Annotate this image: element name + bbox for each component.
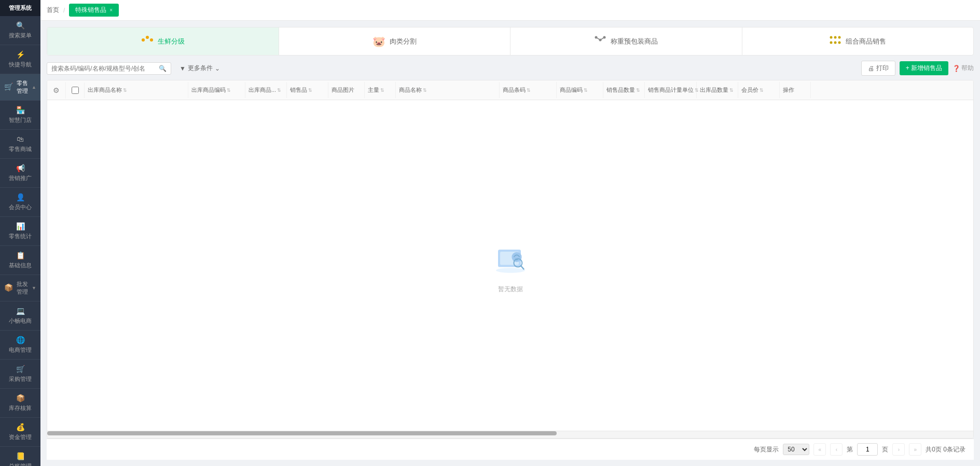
svg-point-10 [838,36,841,39]
per-page-label: 每页显示 [754,445,779,454]
svg-point-17 [512,252,521,262]
add-sale-item-button[interactable]: + 新增销售品 [900,61,948,75]
sort-icon[interactable]: ⇅ [123,88,127,93]
cat-tab-weight-pack[interactable]: 称重预包装商品 [510,28,742,55]
sidebar-item-basic-info[interactable]: 📋 基础信息 [0,246,40,275]
chevron-right-icon: ▼ [32,285,36,291]
th-barcode: 商品条码 ⇅ [500,82,557,98]
sort-icon-11[interactable]: ⇅ [729,88,734,93]
select-all-checkbox[interactable] [72,87,79,94]
toolbar-right: 🖨 打印 + 新增销售品 ❓ 帮助 [861,61,974,76]
mini-ecom-icon: 💻 [16,307,25,315]
page-of-label: 页 [882,445,888,454]
svg-point-8 [830,36,833,39]
sort-icon-4[interactable]: ⇅ [308,88,312,93]
th-member-price: 会员价 ⇅ [738,82,780,98]
sort-icon-2[interactable]: ⇅ [227,88,231,93]
last-page-button[interactable]: » [909,443,921,456]
filter-button[interactable]: ▼ 更多条件 ⌄ [175,62,224,75]
sidebar-item-search-menu[interactable]: 🔍 搜索菜单 [0,16,40,45]
search-input[interactable] [51,65,157,72]
sort-icon-5[interactable]: ⇅ [380,88,384,93]
search-box[interactable]: 🔍 [47,62,171,75]
cat-tab-meat-cut-label: 肉类分割 [390,37,417,46]
help-button[interactable]: ❓ 帮助 [953,64,974,73]
sidebar-item-retail-mgmt[interactable]: 🛒 零售管理 ▲ [0,74,40,101]
sort-icon-9[interactable]: ⇅ [636,88,640,93]
help-icon: ❓ [953,65,960,72]
sidebar-item-wholesale-mgmt[interactable]: 📦 批发管理 ▼ [0,275,40,301]
sidebar-item-sales-promo[interactable]: 📢 营销推广 [0,159,40,188]
next-page-icon: › [898,447,900,453]
sidebar-item-mini-ecom[interactable]: 💻 小畅电商 [0,301,40,331]
horizontal-scrollbar[interactable] [47,431,973,438]
print-button[interactable]: 🖨 打印 [861,61,895,76]
sidebar-label-wholesale-mgmt: 批发管理 [14,280,31,296]
basic-info-icon: 📋 [16,251,25,259]
category-tabs: 生鲜分级 🐷 肉类分割 称重预包装商品 [47,27,974,56]
cat-tab-meat-cut[interactable]: 🐷 肉类分割 [279,28,511,55]
th-sale-qty: 销售品数量 ⇅ [603,82,645,98]
sidebar-label-search-menu: 搜索菜单 [9,32,32,39]
search-icon: 🔍 [159,65,167,72]
sidebar-item-purchase-mgmt[interactable]: 🛒 采购管理 [0,360,40,389]
first-page-button[interactable]: « [813,443,826,456]
cat-tab-combo-sale-label: 组合商品销售 [846,37,886,46]
combo-sale-icon [829,35,841,48]
prev-page-button[interactable]: ‹ [830,443,843,456]
sidebar-label-finance: 资金管理 [9,433,32,441]
active-tab[interactable]: 特殊销售品 × [69,4,119,17]
purchase-mgmt-icon: 🛒 [16,365,25,373]
finance-icon: 💰 [16,423,25,431]
sort-icon-12[interactable]: ⇅ [760,88,764,93]
sidebar-item-general-ledger[interactable]: 📒 总账管理 [0,447,40,466]
th-check[interactable] [66,83,85,98]
cat-tab-combo-sale[interactable]: 组合商品销售 [742,28,974,55]
sidebar-item-smart-store[interactable]: 🏪 智慧门店 [0,101,40,130]
wholesale-mgmt-icon: 📦 [4,283,13,292]
cat-tab-fresh-grade[interactable]: 生鲜分级 [47,28,279,55]
sales-promo-icon: 📢 [16,164,25,172]
sidebar-label-retail-mgmt: 零售管理 [14,79,31,95]
sidebar-label-mini-ecom: 小畅电商 [9,317,32,325]
sort-icon-6[interactable]: ⇅ [423,88,427,93]
cat-tab-weight-pack-label: 称重预包装商品 [611,37,658,46]
sidebar-item-ecom-mgmt[interactable]: 🌐 电商管理 [0,331,40,360]
last-page-icon: » [914,447,917,453]
close-tab-button[interactable]: × [109,7,113,13]
first-page-icon: « [819,447,822,453]
sidebar-item-member-center[interactable]: 👤 会员中心 [0,188,40,217]
svg-point-12 [834,42,837,44]
total-info: 共0页 0条记录 [926,445,965,454]
retail-mall-icon: 🛍 [17,135,24,143]
th-sale-item: 销售品 ⇅ [287,82,328,98]
sidebar-item-retail-stats[interactable]: 📊 零售统计 [0,217,40,246]
page-number-input[interactable] [857,443,878,456]
th-gear[interactable]: ⚙ [47,82,66,99]
scrollbar-thumb[interactable] [47,431,557,435]
sidebar-item-finance[interactable]: 💰 资金管理 [0,418,40,447]
sort-icon-8[interactable]: ⇅ [584,88,588,93]
next-page-button[interactable]: › [892,443,905,456]
sidebar-item-quick-nav[interactable]: ⚡ 快捷导航 [0,45,40,74]
toolbar: 🔍 ▼ 更多条件 ⌄ 🖨 打印 + 新增销售品 ❓ 帮助 [47,61,974,76]
sort-icon-3[interactable]: ⇅ [277,88,281,93]
per-page-select[interactable]: 50 10 20 100 [783,444,809,455]
fresh-grade-icon [141,35,154,48]
svg-line-6 [596,37,600,40]
breadcrumb-home[interactable]: 首页 [47,6,59,15]
sidebar-item-inventory[interactable]: 📦 库存核算 [0,389,40,418]
search-menu-icon: 🔍 [16,21,25,30]
member-center-icon: 👤 [16,193,25,201]
sort-icon-7[interactable]: ⇅ [527,88,531,93]
sidebar-item-retail-mall[interactable]: 🛍 零售商城 [0,130,40,159]
sidebar-label-retail-stats: 零售统计 [9,232,32,240]
gear-icon[interactable]: ⚙ [53,86,60,94]
empty-text: 暂无数据 [498,285,523,294]
pagination: 每页显示 50 10 20 100 « ‹ 第 页 › » 共0页 0条记录 [47,438,974,460]
th-op: 操作 [780,82,811,98]
empty-state-icon [490,237,531,279]
th-main-qty: 主量 ⇅ [365,82,396,98]
filter-chevron-icon: ⌄ [215,65,220,72]
svg-point-14 [496,268,525,273]
